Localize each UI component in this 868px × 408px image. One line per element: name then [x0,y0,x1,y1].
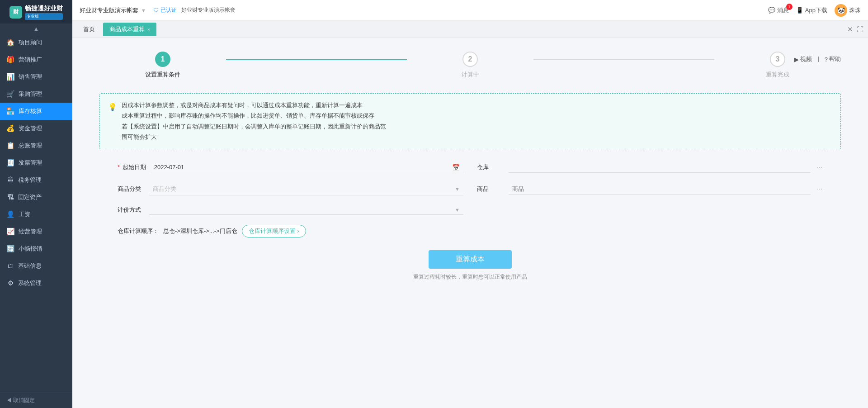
calendar-icon[interactable]: 📅 [452,164,460,171]
warehouse-input-wrapper[interactable] [509,162,811,173]
phone-icon: 📱 [796,7,803,14]
product-input[interactable] [512,185,807,192]
step-3-label: 重算完成 [766,71,789,79]
message-icon: 💬 [768,7,775,14]
warehouse-more-btn[interactable]: ··· [817,163,823,171]
account-dropdown-icon[interactable]: ▼ [141,8,146,13]
sidebar-item-label: 销售管理 [19,73,42,81]
info-line-3: 若【系统设置】中启用了自动调整记账日期时，会调整入库单的整单记账日期，因此重新计… [122,121,386,132]
pricing-field: 计价方式 ▼ [118,205,463,215]
tab-home[interactable]: 首页 [77,23,101,36]
sidebar-item-sales[interactable]: 📊 销售管理 [0,68,72,85]
window-controls: ✕ ⛶ [847,25,863,33]
step-line-2 [533,59,714,60]
verified-badge: 🛡 已认证 [153,6,177,14]
tab-home-label: 首页 [83,25,95,33]
sidebar-item-label: 项目顾问 [19,38,42,47]
sidebar-item-expense[interactable]: 🔄 小畅报销 [0,240,72,257]
tab-recalculate[interactable]: 商品成本重算 × [103,23,156,36]
product-input-wrapper[interactable] [509,184,811,195]
sidebar-item-purchase[interactable]: 🛒 采购管理 [0,85,72,103]
help-link[interactable]: ? 帮助 [825,55,841,63]
sidebar-item-salary[interactable]: 👤 工资 [0,206,72,223]
recalc-button-label: 重算成本 [456,255,485,263]
video-link[interactable]: ▶ 视频 [794,55,812,63]
start-date-input-wrapper[interactable]: 📅 [151,162,463,173]
sidebar-item-label: 税务管理 [18,176,42,184]
warehouse-order-value: 总仓->深圳仓库->...->门店仓 [163,227,237,235]
form-row-3: 计价方式 ▼ [118,205,823,215]
product-label: 商品 [477,185,504,193]
sidebar-item-system[interactable]: ⚙ 系统管理 [0,275,72,292]
message-button[interactable]: 💬 消息 1 [768,6,789,14]
sidebar-pin-toggle[interactable]: ◀ 取消固定 [0,393,72,408]
warehouse-order-prefix: 仓库计算顺序： [118,227,159,235]
avatar: 🐼 [835,4,847,17]
sidebar-nav: 🏠 项目顾问 🎁 营销推广 📊 销售管理 🛒 采购管理 🏪 库存核算 💰 资金管… [0,34,72,393]
finance-icon: 💰 [6,124,15,133]
sidebar-item-finance[interactable]: 💰 资金管理 [0,120,72,137]
app-name: 畅捷通好业财 [25,5,63,12]
inventory-icon: 🏪 [6,107,15,115]
sidebar-item-operation[interactable]: 📈 经营管理 [0,223,72,240]
pricing-select[interactable]: ▼ [149,205,463,215]
product-more-btn[interactable]: ··· [817,185,823,193]
close-window-button[interactable]: ✕ [847,25,853,33]
required-star: * [118,164,120,171]
info-line-2: 成本重算过程中，影响库存账的操作均不能操作，比如进货单、销货单、库存单据不能审核… [122,110,386,121]
form-row-1: * 起始日期 📅 仓库 ··· [118,162,823,173]
info-icon: 💡 [108,101,117,142]
start-date-input[interactable] [154,164,452,171]
tab-close-button[interactable]: × [147,27,150,32]
sidebar-item-label: 库存核算 [19,107,42,115]
sidebar-item-invoice[interactable]: 🧾 发票管理 [0,154,72,171]
sidebar-item-project[interactable]: 🏠 项目顾问 [0,34,72,51]
sidebar-item-inventory[interactable]: 🏪 库存核算 [0,103,72,120]
recalc-section: 重算成本 重算过程耗时较长，重算时您可以正常使用产品 [99,250,841,281]
warehouse-order-btn-label: 仓库计算顺序设置 › [249,227,299,235]
sidebar-item-tax[interactable]: 🏛 税务管理 [0,171,72,189]
warehouse-order-settings-button[interactable]: 仓库计算顺序设置 › [242,225,306,237]
step-1: 1 设置重算条件 [99,52,226,79]
tab-recalculate-label: 商品成本重算 [109,25,145,33]
marketing-icon: 🎁 [6,56,15,64]
recalc-button[interactable]: 重算成本 [429,250,512,269]
sidebar-logo: 财 畅捷通好业财 专业版 [0,0,72,24]
category-select[interactable]: 商品分类 ▼ [149,183,463,195]
info-line-1: 因成本计算参数调整，或是对商品成本有疑问时，可以通过成本重算功能，重新计算一遍成… [122,100,386,110]
category-placeholder: 商品分类 [153,185,455,193]
sidebar-scroll-up[interactable]: ▲ [0,24,72,34]
account-selector[interactable]: 好业财专业版演示帐套 ▼ [80,6,146,14]
category-field: 商品分类 商品分类 ▼ [118,183,463,195]
verified-account-name: 好业财专业版演示帐套 [181,6,236,14]
sidebar-item-assets[interactable]: 🏗 固定资产 [0,189,72,206]
sidebar-item-label: 经营管理 [19,228,42,236]
warehouse-input[interactable] [512,164,807,171]
play-icon: ▶ [794,56,799,63]
sidebar-item-basic[interactable]: 🗂 基础信息 [0,257,72,275]
sidebar: 财 畅捷通好业财 专业版 ▲ 🏠 项目顾问 🎁 营销推广 📊 销售管理 🛒 采购… [0,0,72,408]
user-menu[interactable]: 🐼 珠珠 [835,4,861,17]
shield-icon: 🛡 [153,7,159,14]
topbar-actions: 💬 消息 1 📱 App下载 🐼 珠珠 [768,4,861,17]
start-date-label: * 起始日期 [118,163,146,171]
sidebar-item-marketing[interactable]: 🎁 营销推广 [0,51,72,68]
page-content: 1 设置重算条件 2 计算中 3 重算完成 ▶ 视频 [72,38,868,408]
basic-icon: 🗂 [6,262,14,270]
steps-right-links: ▶ 视频 | ? 帮助 [794,55,841,63]
step-2: 2 计算中 [407,52,533,79]
category-label: 商品分类 [118,185,145,193]
sidebar-item-accounting[interactable]: 📋 总账管理 [0,137,72,154]
app-download-button[interactable]: 📱 App下载 [796,6,827,14]
info-box: 💡 因成本计算参数调整，或是对商品成本有疑问时，可以通过成本重算功能，重新计算一… [99,93,841,149]
start-date-field: * 起始日期 📅 [118,162,463,173]
step-1-num: 1 [161,55,165,63]
project-icon: 🏠 [6,38,15,47]
help-icon: ? [825,56,828,63]
account-name: 好业财专业版演示帐套 [80,6,138,14]
accounting-icon: 📋 [6,142,15,150]
expand-window-button[interactable]: ⛶ [857,25,863,33]
step-2-circle: 2 [462,52,478,67]
category-dropdown-icon: ▼ [455,186,460,192]
step-line-1 [226,59,407,60]
